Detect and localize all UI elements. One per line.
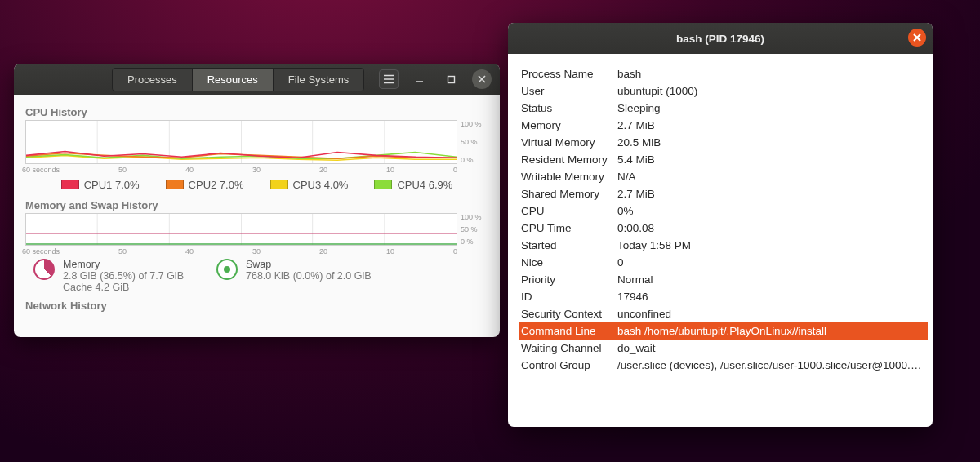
tab-filesystems[interactable]: File Systems [274,69,363,91]
swap-summary: Swap 768.0 KiB (0.0%) of 2.0 GiB [216,259,372,293]
swap-pie-icon [216,259,238,280]
cpu-history-chart[interactable] [25,120,457,164]
property-row[interactable]: Virtual Memory20.5 MiB [519,134,928,151]
svg-rect-4 [448,76,454,82]
property-row[interactable]: Resident Memory5.4 MiB [519,151,928,168]
property-row[interactable]: Control Group/user.slice (devices), /use… [519,357,928,374]
hamburger-menu-icon[interactable] [379,69,399,89]
property-row[interactable]: Shared Memory2.7 MiB [519,185,928,202]
property-row[interactable]: ID17946 [519,288,928,305]
cpu-chart-xaxis: 60 seconds 50403020100 [25,164,488,174]
tab-resources[interactable]: Resources [193,69,274,91]
view-tabs: Processes Resources File Systems [112,68,364,91]
legend-item[interactable]: CPU3 4.0% [270,179,349,191]
process-properties-window: bash (PID 17946) Process NamebashUserubu… [508,23,933,427]
property-row[interactable]: Userubuntupit (1000) [519,82,928,100]
property-row[interactable]: CPU Time0:00.08 [519,220,928,237]
close-button[interactable] [472,69,492,89]
properties-table[interactable]: Process NamebashUserubuntupit (1000)Stat… [508,54,933,427]
maximize-button[interactable] [441,69,461,89]
property-row[interactable]: CPU0% [519,202,928,220]
tab-processes[interactable]: Processes [113,69,193,91]
memswap-chart-yaxis: 100 %50 %0 % [457,213,488,246]
resources-pane: CPU History 100 %50 %0 % 60 seconds 5040 [14,95,500,318]
system-monitor-window: Processes Resources File Systems CPU His… [14,64,500,337]
memswap-chart-xaxis: 60 seconds 50403020100 [25,246,488,255]
legend-item[interactable]: CPU1 7.0% [61,179,140,191]
legend-item[interactable]: CPU4 6.9% [374,179,452,191]
property-row[interactable]: Writable MemoryN/A [519,168,928,185]
legend-item[interactable]: CPU2 7.0% [166,179,244,191]
titlebar[interactable]: Processes Resources File Systems [14,64,500,95]
property-row[interactable]: Security Contextunconfined [519,305,928,322]
close-button[interactable] [908,29,926,47]
property-row[interactable]: Memory2.7 MiB [519,117,928,134]
property-row[interactable]: StartedToday 1:58 PM [519,237,928,254]
minimize-button[interactable] [410,69,430,89]
cpu-legend: CPU1 7.0%CPU2 7.0%CPU3 4.0%CPU4 6.9% [25,179,488,191]
property-row[interactable]: StatusSleeping [519,100,928,117]
memory-summary: Memory 2.8 GiB (36.5%) of 7.7 GiB Cache … [33,259,184,293]
property-row[interactable]: Waiting Channeldo_wait [519,340,928,357]
memswap-chart[interactable] [25,213,457,246]
memswap-title: Memory and Swap History [25,199,488,211]
properties-titlebar[interactable]: bash (PID 17946) [508,23,933,54]
cpu-chart-yaxis: 100 %50 %0 % [457,120,488,164]
properties-title: bash (PID 17946) [676,33,764,45]
property-row[interactable]: Command Linebash /home/ubuntupit/.PlayOn… [519,322,928,340]
cpu-history-title: CPU History [25,106,488,118]
memory-pie-icon [33,259,55,280]
network-history-title: Network History [25,300,488,312]
property-row[interactable]: Process Namebash [519,65,928,82]
property-row[interactable]: PriorityNormal [519,271,928,288]
property-row[interactable]: Nice0 [519,254,928,271]
